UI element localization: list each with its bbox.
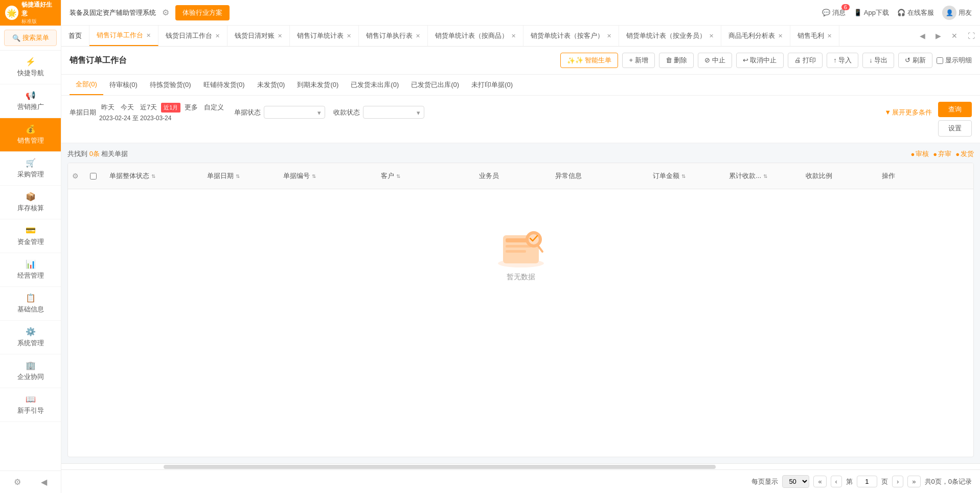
sidebar-item-corp[interactable]: 🏢企业协同	[0, 354, 61, 388]
th-status: 单据整体状态 ⇅	[103, 167, 201, 185]
first-page-button[interactable]: «	[813, 476, 826, 487]
table-action-审核[interactable]: ● 审核	[910, 149, 929, 159]
date-opt-昨天[interactable]: 昨天	[99, 102, 117, 113]
per-page-select[interactable]: 50	[782, 475, 809, 488]
export-button[interactable]: ↓ 导出	[862, 53, 894, 68]
add-button[interactable]: + 新增	[622, 53, 654, 68]
page-content: 销售订单工作台 ✨ ✨ 智能生单 + 新增 🗑 删除 ⊘ 中止 ↩ 取消中止 🖨…	[61, 47, 980, 493]
tab-sales-workbench[interactable]: 销售订单工作台✕	[89, 26, 158, 46]
sort-status-icon[interactable]: ⇅	[151, 173, 155, 179]
subtab-shipped-out[interactable]: 已发货已出库(0)	[405, 75, 465, 95]
tab-home[interactable]: 首页	[61, 26, 89, 46]
date-opt-近1月[interactable]: 近1月	[161, 103, 180, 113]
subtab-pending-review[interactable]: 待审核(0)	[103, 75, 144, 95]
sidebar-item-basic[interactable]: 📋基础信息	[0, 287, 61, 321]
next-page-button[interactable]: ›	[892, 476, 903, 487]
sidebar-item-system[interactable]: ⚙️系统管理	[0, 321, 61, 354]
tab-gross-profit[interactable]: 商品毛利分析表✕	[721, 26, 790, 46]
prev-page-button[interactable]: ‹	[831, 476, 842, 487]
print-button[interactable]: 🖨 打印	[788, 53, 823, 68]
sidebar-item-finance[interactable]: 💳资金管理	[0, 219, 61, 253]
smart-create-button[interactable]: ✨ ✨ 智能生单	[560, 53, 619, 68]
sort-date-icon[interactable]: ⇅	[236, 173, 240, 179]
date-opt-更多[interactable]: 更多	[183, 102, 200, 113]
tab-sales-summary-product[interactable]: 销货单统计表（按商品）✕	[428, 26, 523, 46]
tab-sales-ht[interactable]: 销售毛利✕	[790, 26, 839, 46]
topbar-settings-icon[interactable]: ⚙	[162, 8, 169, 17]
app-download-action[interactable]: 📱 App下载	[854, 8, 889, 17]
tab-close-sales-summary-product[interactable]: ✕	[511, 33, 516, 39]
sort-amount-icon[interactable]: ⇅	[681, 173, 686, 179]
logo-text: 畅捷通好生意 标准版	[21, 1, 56, 25]
subtab-not-shipped[interactable]: 未发货(0)	[251, 75, 291, 95]
sidebar-item-operations[interactable]: 📊经营管理	[0, 253, 61, 287]
tab-close-sales-summary-salesman[interactable]: ✕	[709, 33, 714, 39]
sidebar-item-guide[interactable]: 📖新手引导	[0, 388, 61, 422]
message-action[interactable]: 💬 消息 6	[822, 8, 846, 17]
tab-close-sales-stats[interactable]: ✕	[347, 33, 351, 39]
show-detail-checkbox-label[interactable]: 显示明细	[937, 56, 972, 65]
settings-footer-icon[interactable]: ⚙	[14, 477, 21, 487]
date-opt-今天[interactable]: 今天	[119, 102, 136, 113]
horizontal-scrollbar[interactable]	[61, 463, 980, 469]
receipt-select[interactable]	[363, 106, 424, 119]
tab-close-all-icon[interactable]: ✕	[946, 29, 963, 43]
sidebar-item-marketing[interactable]: 📢营销推广	[0, 84, 61, 118]
tab-sales-summary-customer[interactable]: 销货单统计表（按客户）✕	[523, 26, 619, 46]
sort-customer-icon[interactable]: ⇅	[396, 173, 400, 179]
sidebar-item-purchase[interactable]: 🛒采购管理	[0, 152, 61, 186]
tab-close-sales-exec[interactable]: ✕	[416, 33, 420, 39]
filter-settings-button[interactable]: 设置	[938, 120, 972, 137]
subtab-not-printed[interactable]: 未打印单据(0)	[465, 75, 519, 95]
stop-button[interactable]: ⊘ 中止	[698, 53, 732, 68]
tab-close-sales-workbench[interactable]: ✕	[146, 32, 151, 39]
date-opt-近7天[interactable]: 近7天	[138, 102, 159, 113]
tab-sales-exec[interactable]: 销售订单执行表✕	[359, 26, 428, 46]
sidebar-item-sales[interactable]: 💰销售管理	[0, 118, 61, 152]
subtab-wangpu-pending[interactable]: 旺铺待发货(0)	[197, 75, 251, 95]
delete-button[interactable]: 🗑 删除	[659, 53, 694, 68]
status-filter-label: 单据状态	[234, 108, 261, 117]
subtab-shipped-not-out[interactable]: 已发货未出库(0)	[345, 75, 405, 95]
table-action-弃审[interactable]: ● 弃审	[933, 149, 951, 159]
tab-maximize-icon[interactable]: ⛶	[963, 29, 980, 43]
tab-cash-reconcile[interactable]: 钱货日清对账✕	[227, 26, 290, 46]
tab-scroll-right-icon[interactable]: ▶	[930, 29, 946, 43]
show-detail-checkbox[interactable]	[937, 57, 943, 64]
query-button[interactable]: 查询	[938, 102, 972, 117]
tab-close-sales-summary-customer[interactable]: ✕	[607, 33, 611, 39]
table-action-发货[interactable]: ● 发货	[955, 149, 974, 159]
sort-code-icon[interactable]: ⇅	[312, 173, 316, 179]
search-menu-button[interactable]: 🔍 搜索菜单	[4, 30, 57, 46]
select-all-checkbox-wrap[interactable]	[83, 169, 103, 184]
expand-filter-btn[interactable]: ▼ 展开更多条件	[884, 108, 932, 117]
subtab-expired-not-shipped[interactable]: 到期未发货(0)	[291, 75, 345, 95]
sort-collected-icon[interactable]: ⇅	[763, 173, 767, 179]
tab-close-sales-ht[interactable]: ✕	[827, 33, 832, 39]
status-select[interactable]	[264, 106, 325, 119]
subtab-all[interactable]: 全部(0)	[70, 75, 103, 95]
sidebar-footer: ⚙ ◀	[0, 470, 61, 493]
user-action[interactable]: 👤 用友	[942, 6, 972, 20]
cancel-stop-button[interactable]: ↩ 取消中止	[736, 53, 784, 68]
column-settings-icon[interactable]: ⚙	[68, 168, 83, 184]
collapse-sidebar-icon[interactable]: ◀	[41, 477, 47, 487]
tab-cash-daily[interactable]: 钱货日清工作台✕	[158, 26, 227, 46]
page-input[interactable]	[857, 476, 877, 487]
tab-close-cash-daily[interactable]: ✕	[215, 33, 220, 39]
online-service-action[interactable]: 🎧 在线客服	[897, 8, 934, 17]
subtab-pending-inspect[interactable]: 待拣货验货(0)	[144, 75, 197, 95]
tab-close-cash-reconcile[interactable]: ✕	[278, 33, 282, 39]
import-button[interactable]: ↑ 导入	[827, 53, 858, 68]
tab-scroll-left-icon[interactable]: ◀	[915, 29, 930, 43]
date-opt-自定义[interactable]: 自定义	[202, 102, 226, 113]
tab-sales-summary-salesman[interactable]: 销货单统计表（按业务员）✕	[619, 26, 721, 46]
sidebar-item-quick[interactable]: ⚡快捷导航	[0, 51, 61, 84]
sidebar-item-inventory[interactable]: 📦库存核算	[0, 186, 61, 219]
select-all-checkbox[interactable]	[90, 173, 97, 180]
last-page-button[interactable]: »	[907, 476, 920, 487]
tab-sales-stats[interactable]: 销售订单统计表✕	[290, 26, 359, 46]
tab-close-gross-profit[interactable]: ✕	[778, 33, 783, 39]
industry-btn[interactable]: 体验行业方案	[175, 5, 230, 20]
refresh-button[interactable]: ↺ 刷新	[898, 53, 932, 68]
